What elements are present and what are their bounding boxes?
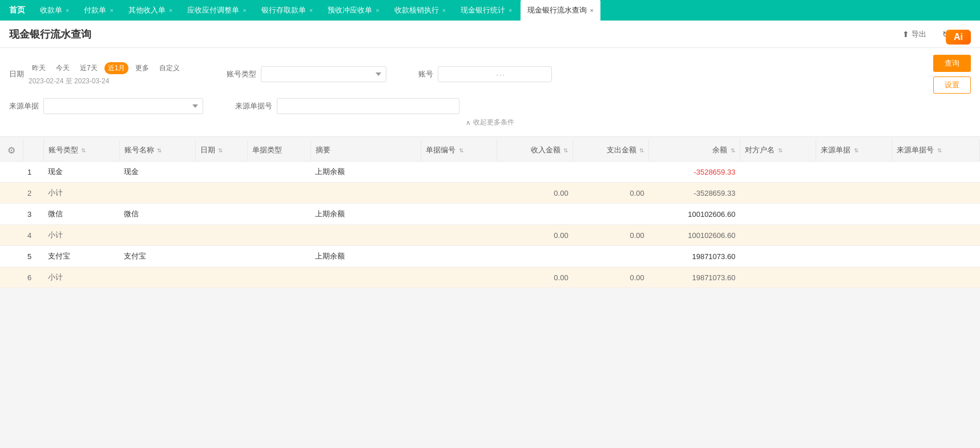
col-settings[interactable]: ⚙	[0, 139, 23, 162]
col-settings-cell	[0, 225, 23, 246]
date-filter-group: 日期 昨天 今天 近7天 近1月 更多 自定义 2023-02-24 至 202…	[9, 62, 183, 86]
col-source-doc-no-cell	[892, 183, 979, 204]
col-doc-no-cell	[421, 267, 497, 288]
col-rownum-cell: 2	[23, 183, 43, 204]
col-account-type[interactable]: 账号类型 ⇅	[43, 139, 119, 162]
query-button[interactable]: 查询	[933, 55, 971, 72]
source-doc-no-input[interactable]	[277, 98, 459, 114]
col-account-name-cell: 支付宝	[119, 246, 195, 267]
col-date-cell	[195, 162, 247, 183]
col-account-name-cell	[119, 267, 195, 288]
page-header: 现金银行流水查询 ⬆ 导出 ↻ 刷新 Ai	[0, 21, 980, 48]
col-source-doc-no-cell	[892, 225, 979, 246]
col-summary-cell: 上期余额	[310, 246, 421, 267]
close-icon[interactable]: ×	[442, 7, 446, 14]
sort-icon: ⇅	[459, 147, 463, 154]
col-income-cell	[497, 204, 573, 225]
account-type-select[interactable]	[261, 66, 386, 82]
col-summary-cell: 上期余额	[310, 162, 421, 183]
close-icon[interactable]: ×	[509, 7, 512, 14]
col-account-name[interactable]: 账号名称 ⇅	[119, 139, 195, 162]
col-counterpart-cell	[740, 246, 816, 267]
sort-icon: ⇅	[81, 147, 86, 154]
col-date-cell	[195, 225, 247, 246]
col-balance[interactable]: 余额 ⇅	[649, 139, 740, 162]
col-doc-no[interactable]: 单据编号 ⇅	[421, 139, 497, 162]
export-button[interactable]: ⬆ 导出	[898, 27, 931, 42]
col-source-doc-no-cell	[892, 246, 979, 267]
nav-tab-yushouchongyingshouruda[interactable]: 预收冲应收单 ×	[321, 0, 386, 21]
nav-tab-yinhangcunquan[interactable]: 银行存取款单 ×	[255, 0, 320, 21]
table-body: 1 现金 现金 上期余额 -3528659.33 2 小计 0.00 0.00 …	[0, 162, 980, 288]
col-date-cell	[195, 183, 247, 204]
close-icon[interactable]: ×	[243, 7, 246, 14]
sort-icon: ⇅	[937, 147, 942, 154]
account-label: 账号	[418, 69, 433, 79]
nav-tab-yingshouyingfu[interactable]: 应收应付调整单 ×	[180, 0, 253, 21]
close-icon[interactable]: ×	[169, 7, 172, 14]
nav-tab-shoukuanhexiao[interactable]: 收款核销执行 ×	[388, 0, 453, 21]
col-rownum-cell: 6	[23, 267, 43, 288]
col-income[interactable]: 收入金额 ⇅	[497, 139, 573, 162]
nav-home[interactable]: 首页	[2, 0, 32, 21]
nav-tab-qitashouruda[interactable]: 其他收入单 ×	[122, 0, 179, 21]
col-source-doc-cell	[816, 204, 892, 225]
nav-tab-fukuandan[interactable]: 付款单 ×	[77, 0, 120, 21]
col-doc-no-cell	[421, 183, 497, 204]
sort-icon: ⇅	[731, 147, 735, 154]
col-summary: 摘要	[310, 139, 421, 162]
gear-icon[interactable]: ⚙	[7, 146, 15, 155]
shortcut-yesterday[interactable]: 昨天	[29, 62, 49, 74]
col-income-cell: 0.00	[497, 225, 573, 246]
col-doc-no-cell	[421, 204, 497, 225]
shortcut-custom[interactable]: 自定义	[156, 62, 183, 74]
col-counterpart[interactable]: 对方户名 ⇅	[740, 139, 816, 162]
nav-tab-xianjinyinhangtongjida[interactable]: 现金银行统计 ×	[454, 0, 519, 21]
col-income-cell	[497, 162, 573, 183]
col-expense-cell: 0.00	[573, 267, 649, 288]
sort-icon: ⇅	[563, 147, 568, 154]
account-more-button[interactable]: ···	[496, 70, 547, 79]
col-date-cell	[195, 204, 247, 225]
shortcut-today[interactable]: 今天	[53, 62, 73, 74]
col-income-cell: 0.00	[497, 267, 573, 288]
col-rownum-cell: 1	[23, 162, 43, 183]
source-doc-select[interactable]	[43, 98, 203, 114]
shortcut-1month[interactable]: 近1月	[104, 62, 129, 74]
col-balance-cell: 19871073.60	[649, 267, 740, 288]
col-settings-cell	[0, 162, 23, 183]
shortcut-more[interactable]: 更多	[132, 62, 152, 74]
close-icon[interactable]: ×	[590, 7, 594, 14]
sort-icon: ⇅	[778, 147, 783, 154]
account-type-label: 账号类型	[227, 69, 256, 79]
table-row: 6 小计 0.00 0.00 19871073.60	[0, 267, 980, 288]
col-expense-cell: 0.00	[573, 225, 649, 246]
collapse-bar[interactable]: ∧ 收起更多条件	[9, 114, 971, 130]
table-row: 3 微信 微信 上期余额 100102606.60	[0, 204, 980, 225]
col-expense[interactable]: 支出金额 ⇅	[573, 139, 649, 162]
col-source-doc-cell	[816, 246, 892, 267]
collapse-label: 收起更多条件	[473, 118, 514, 127]
col-income-cell: 0.00	[497, 183, 573, 204]
shortcut-7days[interactable]: 近7天	[76, 62, 101, 74]
col-counterpart-cell	[740, 183, 816, 204]
close-icon[interactable]: ×	[66, 7, 69, 14]
col-balance-cell: 19871073.60	[649, 246, 740, 267]
nav-tab-xianjinyinhangliushui[interactable]: 现金银行流水查询 ×	[521, 0, 600, 21]
col-source-doc-no[interactable]: 来源单据号 ⇅	[892, 139, 979, 162]
col-expense-cell	[573, 204, 649, 225]
close-icon[interactable]: ×	[309, 7, 313, 14]
col-date[interactable]: 日期 ⇅	[195, 139, 247, 162]
nav-tab-shoukuandan[interactable]: 收款单 ×	[33, 0, 76, 21]
col-account-type-cell: 小计	[43, 267, 119, 288]
col-summary-cell	[310, 225, 421, 246]
col-counterpart-cell	[740, 204, 816, 225]
col-source-doc[interactable]: 来源单据 ⇅	[816, 139, 892, 162]
table-row: 4 小计 0.00 0.00 100102606.60	[0, 225, 980, 246]
close-icon[interactable]: ×	[110, 7, 113, 14]
col-account-name-cell: 现金	[119, 162, 195, 183]
close-icon[interactable]: ×	[376, 7, 379, 14]
settings-button[interactable]: 设置	[933, 76, 971, 94]
ai-badge[interactable]: Ai	[946, 30, 971, 45]
account-filter-group: 账号 ···	[418, 66, 552, 82]
